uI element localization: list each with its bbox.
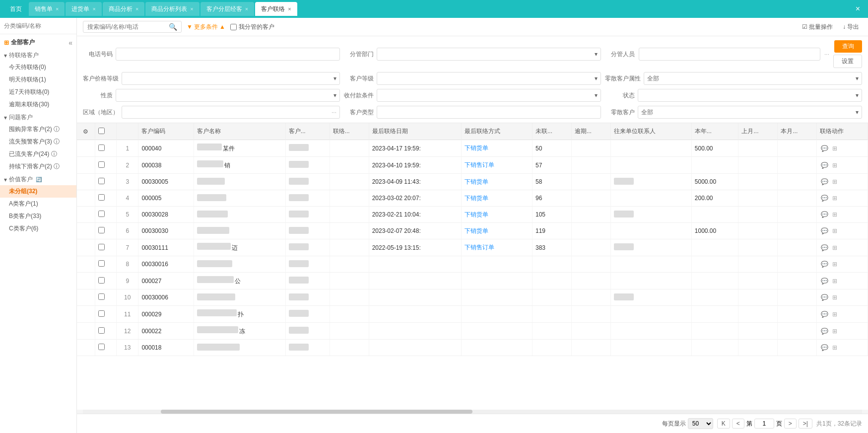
comment-icon[interactable]: 💬 bbox=[820, 194, 829, 203]
payment-select[interactable]: ▾ bbox=[377, 89, 601, 102]
close-icon[interactable]: × bbox=[56, 6, 59, 12]
no-contact-days-col-header[interactable]: 未联... bbox=[532, 123, 571, 140]
type-col-header[interactable]: 客户... bbox=[285, 123, 330, 140]
row-checkbox[interactable] bbox=[98, 327, 105, 334]
tab-customer-contact[interactable]: 客户联络 × bbox=[255, 2, 297, 16]
all-customers-header[interactable]: ⊞ 全部客户 « bbox=[0, 34, 76, 49]
comment-icon[interactable]: 💬 bbox=[820, 343, 829, 352]
export-button[interactable]: ↓ 导出 bbox=[840, 21, 862, 33]
checkbox-cell[interactable] bbox=[95, 340, 117, 356]
sidebar-item-7days[interactable]: 近7天待联络(0) bbox=[0, 86, 76, 98]
company-contact-col-header[interactable]: 往来单位联系人 bbox=[610, 123, 691, 140]
grid-action-icon[interactable]: ⊞ bbox=[831, 243, 838, 252]
comment-icon[interactable]: 💬 bbox=[820, 293, 829, 302]
sidebar-item-declining[interactable]: 持续下滑客户(2) ⓘ bbox=[0, 160, 76, 173]
grid-action-icon[interactable]: ⊞ bbox=[831, 343, 838, 352]
grid-action-icon[interactable]: ⊞ bbox=[831, 194, 838, 203]
row-checkbox[interactable] bbox=[98, 227, 105, 233]
tab-customer-segment[interactable]: 客户分层经客 × bbox=[200, 2, 254, 16]
contact-method-link[interactable]: 下销售订单 bbox=[465, 244, 494, 251]
sidebar-item-tomorrow[interactable]: 明天待联络(1) bbox=[0, 73, 76, 86]
tab-product-analysis-list[interactable]: 商品分析列表 × bbox=[145, 2, 199, 16]
region-more-icon[interactable]: ··· bbox=[332, 109, 336, 116]
checkbox-cell[interactable] bbox=[95, 306, 117, 323]
comment-icon[interactable]: 💬 bbox=[820, 277, 829, 286]
this-month-col-header[interactable]: 本月... bbox=[778, 123, 817, 140]
sidebar-collapse-icon[interactable]: « bbox=[68, 39, 72, 47]
checkbox-cell[interactable] bbox=[95, 273, 117, 289]
manager-select[interactable] bbox=[639, 48, 820, 61]
row-checkbox[interactable] bbox=[98, 244, 105, 250]
grid-action-icon[interactable]: ⊞ bbox=[831, 161, 838, 170]
my-customers-checkbox-label[interactable]: 我分管的客户 bbox=[230, 23, 274, 31]
row-checkbox[interactable] bbox=[98, 310, 105, 317]
sidebar-item-b-class[interactable]: B类客户(33) bbox=[0, 210, 76, 222]
phone-input[interactable] bbox=[116, 48, 340, 61]
search-icon[interactable]: 🔍 bbox=[169, 23, 177, 31]
sidebar-item-today[interactable]: 今天待联络(0) bbox=[0, 61, 76, 73]
contact-method-link[interactable]: 下销货单 bbox=[465, 195, 488, 202]
more-options-icon[interactable]: ··· bbox=[824, 51, 829, 58]
dept-select[interactable]: ▾ bbox=[377, 48, 601, 61]
search-button[interactable]: 查询 bbox=[834, 40, 862, 53]
row-checkbox[interactable] bbox=[98, 194, 105, 201]
this-year-col-header[interactable]: 本年... bbox=[691, 123, 738, 140]
comment-icon[interactable]: 💬 bbox=[820, 226, 829, 235]
checkbox-cell[interactable] bbox=[95, 174, 117, 190]
first-page-button[interactable]: K bbox=[717, 419, 730, 429]
close-icon[interactable]: × bbox=[190, 6, 193, 12]
page-number-input[interactable] bbox=[754, 419, 774, 429]
customer-type-select[interactable] bbox=[377, 106, 601, 119]
customer-level-select[interactable]: ▾ bbox=[377, 72, 601, 85]
sidebar-item-a-class[interactable]: A类客户(1) bbox=[0, 198, 76, 210]
last-contact-method-col-header[interactable]: 最后联络方式 bbox=[462, 123, 533, 140]
settings-icon[interactable]: ⚙ bbox=[83, 128, 88, 135]
grid-action-icon[interactable]: ⊞ bbox=[831, 327, 838, 336]
checkbox-cell[interactable] bbox=[95, 157, 117, 174]
page-size-select[interactable]: 50 100 200 bbox=[688, 418, 713, 429]
checkbox-cell[interactable] bbox=[95, 223, 117, 239]
my-customers-checkbox[interactable] bbox=[230, 24, 237, 30]
comment-icon[interactable]: 💬 bbox=[820, 310, 829, 319]
close-icon[interactable]: × bbox=[245, 6, 248, 12]
comment-icon[interactable]: 💬 bbox=[820, 177, 829, 186]
overdue-col-header[interactable]: 逾期... bbox=[571, 123, 610, 140]
close-icon[interactable]: × bbox=[135, 6, 138, 12]
contact-method-link[interactable]: 下销售订单 bbox=[465, 161, 494, 168]
comment-icon[interactable]: 💬 bbox=[820, 243, 829, 252]
grid-action-icon[interactable]: ⊞ bbox=[831, 260, 838, 269]
reset-button[interactable]: 设置 bbox=[833, 55, 862, 68]
retail-customer-select[interactable]: 全部 ▾ bbox=[638, 106, 862, 119]
sidebar-item-abnormal[interactable]: 囤购异常客户(2) ⓘ bbox=[0, 123, 76, 136]
sidebar-group-value-customers[interactable]: ▾ 价值客户 🔄 bbox=[0, 173, 76, 185]
tab-sales[interactable]: 销售单 × bbox=[29, 2, 65, 16]
close-icon[interactable]: × bbox=[92, 6, 95, 12]
contact-method-link[interactable]: 下销货单 bbox=[465, 144, 488, 151]
sidebar-item-churn-risk[interactable]: 流失预警客户(3) ⓘ bbox=[0, 136, 76, 148]
row-checkbox[interactable] bbox=[98, 211, 105, 217]
grid-action-icon[interactable]: ⊞ bbox=[831, 210, 838, 219]
checkbox-cell[interactable] bbox=[95, 289, 117, 306]
checkbox-cell[interactable] bbox=[95, 256, 117, 273]
sidebar-group-problem-customers[interactable]: ▾ 问题客户 bbox=[0, 111, 76, 123]
tab-home[interactable]: 首页 bbox=[4, 2, 28, 16]
horizontal-scrollbar[interactable] bbox=[83, 410, 862, 414]
grid-action-icon[interactable]: ⊞ bbox=[831, 177, 838, 186]
next-page-button[interactable]: > bbox=[784, 419, 797, 429]
grid-action-icon[interactable]: ⊞ bbox=[831, 310, 838, 319]
code-col-header[interactable]: 客户编码 bbox=[138, 123, 194, 140]
retail-attr-select[interactable]: 全部 ▾ bbox=[644, 72, 862, 85]
grid-action-icon[interactable]: ⊞ bbox=[831, 226, 838, 235]
topbar-close-button[interactable]: × bbox=[852, 2, 864, 15]
tab-product-analysis[interactable]: 商品分析 × bbox=[103, 2, 144, 16]
checkbox-cell[interactable] bbox=[95, 207, 117, 223]
comment-icon[interactable]: 💬 bbox=[820, 161, 829, 170]
row-checkbox[interactable] bbox=[98, 161, 105, 168]
checkbox-cell[interactable] bbox=[95, 190, 117, 207]
batch-ops-button[interactable]: ☑ 批量操作 bbox=[799, 21, 836, 33]
last-month-col-header[interactable]: 上月... bbox=[738, 123, 778, 140]
region-select[interactable]: ··· bbox=[122, 106, 340, 119]
comment-icon[interactable]: 💬 bbox=[820, 327, 829, 336]
sidebar-item-c-class[interactable]: C类客户(6) bbox=[0, 222, 76, 235]
name-col-header[interactable]: 客户名称 bbox=[194, 123, 285, 140]
